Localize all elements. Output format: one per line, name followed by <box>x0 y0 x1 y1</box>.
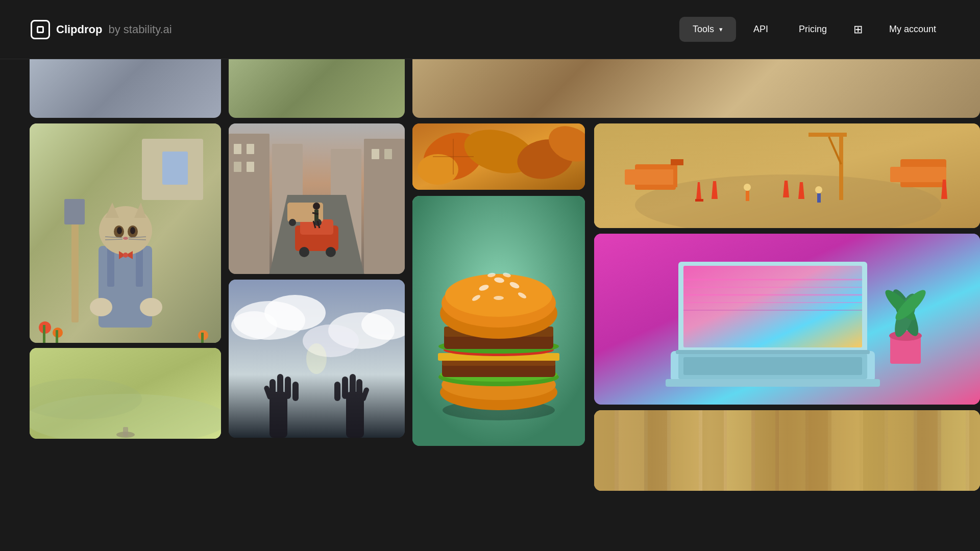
svg-rect-34 <box>364 139 405 274</box>
svg-rect-38 <box>234 162 241 172</box>
list-item[interactable] <box>412 123 585 190</box>
svg-rect-67 <box>673 162 677 187</box>
svg-rect-30 <box>201 333 204 343</box>
svg-rect-72 <box>695 199 703 202</box>
pricing-link[interactable]: Pricing <box>786 17 840 42</box>
gallery-grid <box>30 59 950 551</box>
svg-point-20 <box>123 253 128 258</box>
svg-rect-158 <box>727 410 751 491</box>
list-item[interactable] <box>594 123 980 228</box>
svg-rect-154 <box>619 410 644 491</box>
svg-rect-22 <box>64 199 85 224</box>
svg-point-46 <box>326 247 336 257</box>
nav-icon-button[interactable]: ⊞ <box>844 16 872 43</box>
svg-point-45 <box>299 247 309 257</box>
list-item[interactable] <box>229 123 405 274</box>
svg-point-24 <box>140 298 162 316</box>
svg-rect-166 <box>941 410 966 491</box>
svg-rect-41 <box>384 149 392 159</box>
svg-point-50 <box>313 203 320 210</box>
svg-rect-164 <box>888 410 914 491</box>
svg-rect-28 <box>43 325 45 343</box>
svg-rect-100 <box>350 374 356 398</box>
svg-point-127 <box>494 296 504 300</box>
svg-rect-37 <box>247 144 254 154</box>
svg-rect-135 <box>683 266 862 347</box>
svg-line-15 <box>105 239 122 240</box>
svg-rect-161 <box>808 410 828 491</box>
svg-line-17 <box>129 239 146 240</box>
list-item[interactable] <box>30 123 221 343</box>
svg-rect-68 <box>671 159 683 165</box>
svg-point-11 <box>117 227 122 234</box>
list-item[interactable] <box>594 234 980 405</box>
svg-rect-36 <box>234 144 241 154</box>
svg-point-79 <box>815 186 822 193</box>
logo[interactable]: Clipdrop by stability.ai <box>31 20 172 39</box>
svg-rect-40 <box>372 149 379 159</box>
list-item[interactable] <box>229 280 405 438</box>
svg-rect-78 <box>746 191 749 201</box>
list-item[interactable] <box>30 59 221 118</box>
svg-rect-155 <box>648 410 667 491</box>
svg-rect-101 <box>342 377 348 399</box>
main-gallery <box>0 59 980 551</box>
svg-rect-159 <box>755 410 775 491</box>
svg-rect-132 <box>683 357 862 375</box>
svg-rect-94 <box>277 374 283 398</box>
my-account-link[interactable]: My account <box>876 17 949 42</box>
svg-rect-102 <box>334 382 340 401</box>
logo-subtext: by stability.ai <box>108 23 172 36</box>
svg-rect-156 <box>671 410 699 491</box>
chevron-down-icon: ▾ <box>719 26 723 33</box>
logo-text: Clipdrop <box>56 23 102 36</box>
svg-rect-3 <box>99 246 152 328</box>
svg-rect-32 <box>229 134 270 274</box>
svg-rect-29 <box>56 330 58 343</box>
svg-rect-157 <box>702 410 724 491</box>
svg-rect-66 <box>625 169 676 185</box>
svg-rect-153 <box>594 410 615 491</box>
header: Clipdrop by stability.ai Tools ▾ API Pri… <box>0 0 980 59</box>
list-item[interactable] <box>412 196 585 446</box>
grid-icon: ⊞ <box>853 23 863 36</box>
svg-rect-2 <box>162 152 188 185</box>
svg-rect-39 <box>247 162 254 172</box>
list-item[interactable] <box>412 59 980 118</box>
nav: Tools ▾ API Pricing ⊞ My account <box>679 16 949 43</box>
list-item[interactable] <box>594 410 980 491</box>
logo-icon <box>31 20 50 39</box>
svg-rect-70 <box>890 167 946 182</box>
tools-button[interactable]: Tools ▾ <box>679 17 736 42</box>
svg-point-59 <box>418 154 458 185</box>
svg-rect-80 <box>817 193 821 203</box>
svg-point-77 <box>744 184 751 191</box>
list-item[interactable] <box>30 348 221 439</box>
svg-rect-151 <box>123 427 128 436</box>
svg-rect-51 <box>314 210 318 221</box>
list-item[interactable] <box>229 59 405 118</box>
svg-point-12 <box>130 227 135 234</box>
svg-point-23 <box>90 298 112 316</box>
svg-rect-82 <box>808 133 847 137</box>
svg-rect-134 <box>676 350 870 354</box>
svg-point-87 <box>231 311 277 340</box>
svg-rect-167 <box>969 410 980 491</box>
svg-point-48 <box>289 219 296 226</box>
svg-rect-95 <box>285 377 291 399</box>
svg-point-13 <box>123 237 128 240</box>
api-link[interactable]: API <box>740 17 781 42</box>
svg-rect-162 <box>831 410 860 491</box>
svg-rect-81 <box>839 134 843 200</box>
svg-rect-130 <box>666 379 880 387</box>
svg-rect-163 <box>863 410 885 491</box>
svg-rect-96 <box>292 382 299 401</box>
svg-point-91 <box>306 343 327 374</box>
tools-label: Tools <box>693 24 714 35</box>
svg-rect-160 <box>779 410 805 491</box>
svg-rect-165 <box>917 410 938 491</box>
